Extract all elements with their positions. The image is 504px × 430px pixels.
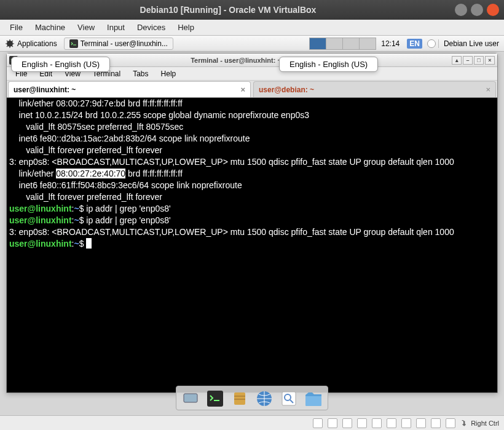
workspace-4[interactable]: [359, 38, 376, 50]
terminal-line: link/ether 08:00:27:2e:40:70 brd ff:ff:f…: [9, 168, 495, 180]
applications-icon: [5, 39, 15, 49]
host-key-indicator[interactable]: ⮯ Right Ctrl: [460, 418, 499, 428]
terminal-tab-0-close[interactable]: ×: [240, 85, 245, 94]
terminal-line: valid_lft forever preferred_lft forever: [9, 191, 495, 203]
taskbar-item-label: Terminal - user@linuxhin...: [81, 39, 168, 48]
terminal-menu-tabs[interactable]: Tabs: [127, 68, 154, 79]
terminal-line: valid_lft forever preferred_lft forever: [9, 145, 495, 156]
svg-rect-3: [184, 394, 197, 402]
vbox-menu-machine[interactable]: Machine: [29, 22, 71, 33]
svg-rect-7: [234, 396, 245, 397]
ime-popup-right-label: English - English (US): [289, 60, 368, 69]
workspace-2[interactable]: [326, 38, 343, 50]
cpu-icon[interactable]: [431, 418, 441, 428]
mouse-integration-icon[interactable]: [446, 418, 455, 428]
recording-icon[interactable]: [416, 418, 426, 428]
shared-folders-icon[interactable]: [387, 418, 396, 428]
terminal-tab-1-close[interactable]: ×: [486, 85, 490, 94]
vbox-menu-file[interactable]: File: [4, 22, 29, 33]
applications-label: Applications: [17, 39, 57, 48]
workspace-1[interactable]: [309, 38, 326, 50]
usb-icon[interactable]: [372, 418, 382, 428]
workspace-3[interactable]: [342, 38, 360, 50]
notification-icon[interactable]: [427, 39, 436, 48]
terminal-maximize-button[interactable]: □: [474, 56, 484, 65]
terminal-line: 3: enp0s8: <BROADCAST,MULTICAST,UP,LOWER…: [9, 226, 495, 238]
terminal-tab-bar: user@linuxhint: ~ × user@debian: ~ ×: [7, 81, 497, 98]
guest-top-panel: Applications Terminal - user@linuxhin...…: [0, 36, 504, 52]
terminal-line: user@linuxhint:~$ ip addr | grep 'enp0s8…: [9, 203, 495, 215]
ime-popup-left-label: English - English (US): [22, 60, 100, 69]
terminal-icon: [206, 389, 224, 408]
terminal-line: user@linuxhint:~$ ip addr | grep 'enp0s8…: [9, 215, 495, 226]
workspace-switcher[interactable]: [310, 38, 376, 50]
language-indicator[interactable]: EN: [407, 39, 422, 49]
maximize-button[interactable]: [471, 4, 483, 16]
hard-disk-activity-icon[interactable]: [313, 418, 323, 428]
terminal-tab-1[interactable]: user@debian: ~ ×: [253, 81, 496, 97]
terminal-tab-1-label: user@debian: ~: [259, 86, 314, 94]
ime-popup-right[interactable]: English - English (US): [279, 57, 378, 72]
vbox-title: Debian10 [Running] - Oracle VM VirtualBo…: [5, 5, 451, 15]
search-icon: [280, 390, 297, 407]
vbox-menubar: File Machine View Input Devices Help: [0, 20, 504, 36]
user-menu[interactable]: Debian Live user: [438, 39, 504, 48]
display-icon[interactable]: [401, 418, 411, 428]
applications-menu[interactable]: Applications: [0, 36, 62, 51]
guest-desktop[interactable]: Applications Terminal - user@linuxhin...…: [0, 36, 504, 415]
terminal-tab-0-label: user@linuxhint: ~: [14, 86, 76, 94]
ime-popup-left[interactable]: English - English (US): [11, 57, 110, 72]
terminal-content[interactable]: link/ether 08:00:27:9d:7e:bd brd ff:ff:f…: [7, 98, 497, 392]
terminal-line: link/ether 08:00:27:9d:7e:bd brd ff:ff:f…: [9, 98, 495, 109]
optical-drive-icon[interactable]: [328, 418, 337, 428]
terminal-cursor: [86, 238, 92, 249]
taskbar-item-terminal[interactable]: Terminal - user@linuxhin...: [64, 38, 173, 50]
dock-search[interactable]: [278, 388, 299, 409]
vbox-status-bar: ⮯ Right Ctrl: [0, 415, 504, 430]
guest-dock: [176, 386, 328, 410]
terminal-window[interactable]: Terminal - user@linuxhint: ~ ▴ – □ × Fil…: [6, 53, 498, 393]
audio-icon[interactable]: [342, 418, 352, 428]
vbox-titlebar[interactable]: Debian10 [Running] - Oracle VM VirtualBo…: [0, 0, 504, 20]
file-manager-icon: [231, 390, 248, 407]
minimize-button[interactable]: [455, 4, 467, 16]
terminal-line: inet 10.0.2.15/24 brd 10.0.2.255 scope g…: [9, 109, 495, 121]
terminal-icon: [69, 39, 78, 48]
terminal-line: valid_lft 80575sec preferred_lft 80575se…: [9, 121, 495, 133]
vbox-menu-help[interactable]: Help: [171, 22, 200, 33]
terminal-rollup-button[interactable]: ▴: [452, 56, 462, 65]
terminal-line: inet6 fe80::61ff:f504:8bc9:3ec6/64 scope…: [9, 180, 495, 191]
terminal-line: inet6 fe80::d2ba:15ac:2abd:83b2/64 scope…: [9, 133, 495, 145]
terminal-menu-help[interactable]: Help: [155, 68, 183, 79]
vbox-menu-devices[interactable]: Devices: [131, 22, 171, 33]
svg-rect-10: [282, 392, 296, 405]
dock-show-desktop[interactable]: [180, 388, 201, 409]
dock-web-browser[interactable]: [254, 388, 275, 409]
dock-files[interactable]: [229, 388, 250, 409]
svg-rect-1: [69, 39, 78, 48]
network-icon[interactable]: [357, 418, 367, 428]
terminal-minimize-button[interactable]: –: [463, 56, 473, 65]
svg-rect-8: [234, 399, 245, 400]
close-button[interactable]: [487, 4, 499, 16]
svg-rect-5: [207, 391, 223, 407]
vbox-menu-view[interactable]: View: [71, 22, 101, 33]
terminal-tab-0[interactable]: user@linuxhint: ~ ×: [8, 81, 251, 97]
globe-icon: [255, 389, 274, 408]
terminal-close-button[interactable]: ×: [485, 56, 495, 65]
host-key-label: Right Ctrl: [471, 420, 499, 427]
virtualbox-window: Debian10 [Running] - Oracle VM VirtualBo…: [0, 0, 504, 430]
dock-home[interactable]: [303, 388, 324, 409]
dock-terminal[interactable]: [205, 388, 226, 409]
desktop-icon: [182, 390, 199, 407]
vbox-menu-input[interactable]: Input: [101, 22, 131, 33]
host-key-arrow-icon: ⮯: [460, 418, 468, 428]
terminal-line: user@linuxhint:~$: [9, 238, 495, 250]
clock[interactable]: 12:14: [376, 39, 404, 48]
terminal-line: 3: enp0s8: <BROADCAST,MULTICAST,UP,LOWER…: [9, 156, 495, 168]
folder-icon: [304, 390, 323, 407]
